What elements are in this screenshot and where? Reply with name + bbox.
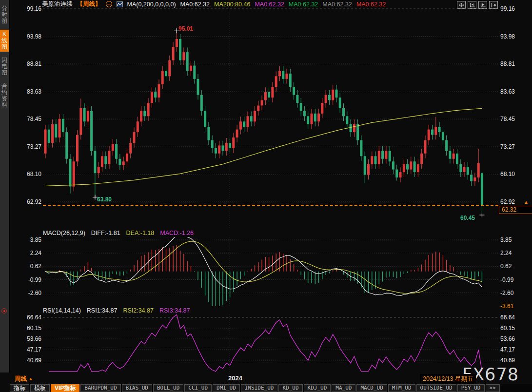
tab-barupdn-ud[interactable]: BARUPDN_UD: [80, 384, 120, 392]
rsi-header: RSI(14,14,14) RSI1:34.87 RSI2:34.87 RSI3…: [43, 307, 190, 314]
low-annotation: 63.80: [97, 196, 112, 203]
axis-label: 68.10: [500, 170, 531, 178]
axis-label: 83.63: [14, 88, 41, 96]
axis-label: 47.17: [500, 346, 531, 353]
axis-label: 2.24: [500, 249, 531, 257]
axis-label: 47.17: [14, 346, 41, 353]
axis-label: 3.85: [14, 236, 41, 244]
macd-dea-value: DEA:-1.18: [126, 230, 155, 236]
macd-header: MACD(26,12,9) DIFF:-1.81 DEA:-1.18 MACD:…: [43, 230, 194, 236]
sidebar-item-kline-chart[interactable]: K线图: [0, 30, 9, 52]
axis-label: 53.66: [14, 335, 41, 343]
axis-label: 68.10: [14, 170, 41, 178]
axis-label: 60.15: [14, 324, 41, 332]
axis-label: 66.64: [14, 314, 41, 321]
macd-chart-canvas[interactable]: [43, 237, 498, 306]
price-chart-canvas[interactable]: [43, 5, 498, 228]
charting-app: 分时图 K线图 闪电图 合约资料 美原油连续 【周线】 MA(0,200,0,0…: [0, 0, 532, 392]
axis-label: 62.92: [500, 198, 531, 206]
cursor-date-label: 2024/12/13 星期五: [420, 374, 476, 384]
macd-title[interactable]: MACD(26,12,9): [43, 230, 85, 236]
high-annotation: 95.01: [178, 25, 193, 32]
axis-label: 73.27: [14, 143, 41, 151]
axis-label: 99.16: [500, 5, 531, 13]
axis-label: 40.69: [14, 356, 41, 364]
tab-macd-ud[interactable]: MACD_UD: [356, 384, 387, 392]
tab-vip-indicators[interactable]: VIP指标: [51, 384, 79, 392]
period-selector[interactable]: 周线 ▲: [15, 375, 33, 383]
tab-bias-ud[interactable]: BIAS_UD: [122, 384, 152, 392]
axis-label: -0.99: [14, 276, 41, 284]
tab-kd-ud[interactable]: KD_UD: [278, 384, 302, 392]
axis-label: -2.60: [500, 289, 531, 297]
axis-label: 0.62: [500, 262, 531, 270]
tab-templates[interactable]: 模板: [30, 384, 50, 392]
tab-indicators[interactable]: 指标: [10, 384, 29, 392]
axis-label: 62.92: [14, 198, 41, 206]
indicator-toolbar: 指标 模板 VIP指标 BARUPDN_UD BIAS_UD BOLL_UD C…: [10, 384, 532, 392]
tab-ma-ud[interactable]: MA_UD: [332, 384, 355, 392]
sidebar-item-lightning-chart[interactable]: 闪电图: [0, 56, 9, 78]
rsi-title[interactable]: RSI(14,14,14): [43, 307, 81, 314]
tab-cci-ud[interactable]: CCI_UD: [184, 384, 212, 392]
axis-label: 93.98: [14, 33, 41, 40]
axis-label: 88.81: [500, 60, 531, 68]
macd-diff-value: DIFF:-1.81: [91, 230, 120, 236]
tab-psy-ud[interactable]: PSY_UD: [457, 384, 485, 392]
axis-label: 40.69: [500, 356, 531, 364]
chart-type-sidebar: 分时图 K线图 闪电图 合约资料: [0, 0, 10, 372]
record-icon[interactable]: [1, 308, 7, 314]
tab-kdj-ud[interactable]: KDJ_UD: [304, 384, 331, 392]
axis-label: -3.61: [500, 302, 531, 310]
axis-label: 78.45: [500, 115, 531, 123]
tab-dmi-ud[interactable]: DMI_UD: [213, 384, 240, 392]
axis-label: 2.24: [14, 249, 41, 257]
axis-label: 60.15: [500, 324, 531, 332]
x-axis-year-label: 2024: [228, 374, 242, 382]
axis-label: 93.98: [500, 33, 531, 40]
macd-macd-value: MACD:-1.26: [160, 230, 194, 236]
rsi2-value: RSI2:34.87: [123, 307, 154, 314]
rsi3-value: RSI3:34.87: [159, 307, 190, 314]
tab-inside-ud[interactable]: INSIDE_UD: [241, 384, 278, 392]
axis-label: 3.85: [500, 236, 531, 244]
last-price-box: 62.32: [499, 206, 532, 214]
axis-label: -0.99: [500, 276, 531, 284]
rsi-chart-canvas[interactable]: [43, 314, 498, 374]
rsi1-value: RSI1:34.87: [87, 307, 118, 314]
axis-label: -2.60: [14, 289, 41, 297]
axis-label: 99.16: [14, 5, 41, 13]
period-dropdown-arrow-icon: ▲: [28, 376, 33, 381]
sidebar-item-timeline-chart[interactable]: 分时图: [0, 4, 9, 26]
axis-label: 88.81: [14, 60, 41, 68]
axis-label: 53.66: [500, 335, 531, 343]
last-price-dashed-line: [43, 205, 498, 206]
tab-mtm-ud[interactable]: MTM_UD: [388, 384, 415, 392]
axis-label: 78.45: [14, 115, 41, 123]
sidebar-item-contract-info[interactable]: 合约资料: [0, 81, 9, 110]
axis-label: 66.64: [500, 314, 531, 321]
tab-outside-ud[interactable]: OUTSIDE_UD: [416, 384, 456, 392]
axis-label: 83.63: [500, 88, 531, 96]
tab-more[interactable]: >>: [486, 384, 500, 392]
axis-label: 0.62: [14, 262, 41, 270]
axis-label: 73.27: [500, 143, 531, 151]
final-low-annotation: 60.45: [460, 215, 475, 221]
tab-boll-ud[interactable]: BOLL_UD: [153, 384, 183, 392]
